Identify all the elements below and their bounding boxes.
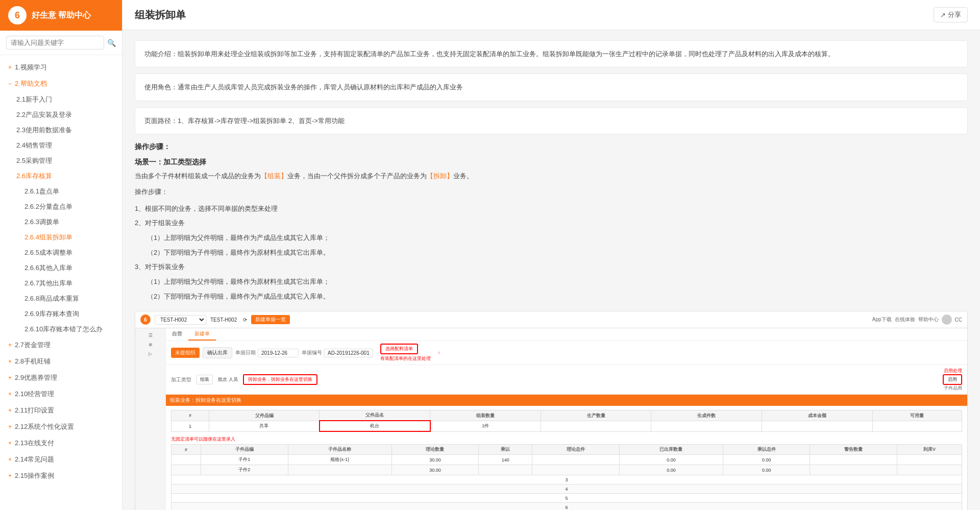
sidebar-item-purchase[interactable]: 2.5采购管理	[0, 153, 122, 168]
mock-th-cost: 成本金额	[762, 410, 873, 421]
sidebar-item-print[interactable]: + 2.11打印设置	[0, 402, 122, 419]
sidebar-item-video[interactable]: + 1.视频学习	[0, 59, 122, 76]
step-1: 1、根据不同的业务，选择不同单据的类型来处理	[135, 203, 968, 215]
mock-lower-th-warn: 警告数量	[810, 445, 897, 455]
mock-upper-table-area: # 父件品编 父件品名 组装数量 生产数量 生成件数 成本金额 可用量	[166, 408, 967, 436]
sidebar-item-customize[interactable]: + 2.12系统个性化设置	[0, 419, 122, 435]
mock-avatar	[942, 314, 952, 325]
sidebar-item-install[interactable]: 2.2产品安装及登录	[0, 107, 122, 123]
sidebar-item-fund[interactable]: + 2.7资金管理	[0, 337, 122, 353]
plus-icon-7: +	[8, 423, 12, 430]
sidebar-item-wrong[interactable]: 2.6.10库存账本错了怎么办	[0, 322, 122, 337]
share-icon: ↗	[940, 11, 946, 19]
sidebar-item-stock-check[interactable]: 2.6.9库存账本查询	[0, 306, 122, 322]
annotation-text-4: 无固定清单可以随便在这里录入	[171, 436, 962, 443]
mock-cell-name-1[interactable]: 机台	[320, 421, 430, 431]
mock-main-panel: 自营 新建单 未提组织 确认出库 单据日期 2019-12-26 单据编号	[166, 328, 967, 510]
mock-lower-row-3: 3	[172, 475, 962, 484]
annotation-arrow-1: ↑	[438, 350, 440, 355]
mock-lower-cell-name-2	[288, 465, 391, 475]
sidebar-item-adjust[interactable]: 2.6.3调拨单	[0, 214, 122, 230]
mock-enable-btn[interactable]: 启用	[943, 374, 962, 385]
mock-nav-icon-3[interactable]: ▷	[135, 349, 165, 358]
mock-lower-cell-out-2: 0.00	[619, 465, 723, 475]
content-area: 功能介绍：组装拆卸单用来处理企业组装或拆卸等加工业务，支持有固定装配清单的产品加…	[122, 30, 980, 510]
mock-th-avail: 可用量	[872, 410, 962, 421]
mock-tab-new[interactable]: 新建单	[188, 328, 216, 341]
mock-nav-icon-1[interactable]: ☰	[135, 331, 165, 340]
step-2-2: （2）下部明细为子件明细，最终作为原材料生成其它出库单。	[135, 247, 968, 259]
mock-th-qty: 组装数量	[430, 410, 541, 421]
sidebar-item-operation[interactable]: + 2.10经营管理	[0, 386, 122, 402]
mock-lower-cell-theory-1: 30.00	[391, 455, 478, 465]
mock-lower-th-code: 子件品编	[201, 445, 288, 455]
sidebar-item-other-in[interactable]: 2.6.6其他入库单	[0, 260, 122, 276]
sidebar-item-cost[interactable]: 2.6.5成本调整单	[0, 245, 122, 260]
mock-cell-cost-1	[762, 421, 873, 431]
plus-icon: +	[8, 64, 12, 71]
step-2: 2、对于组装业务	[135, 217, 968, 230]
sidebar-item-mobile[interactable]: + 2.8手机旺铺	[0, 353, 122, 370]
annotation-area-3: 启用处理 启用 子件品用	[943, 368, 962, 392]
sidebar-item-other-out[interactable]: 2.6.7其他出库单	[0, 276, 122, 291]
sidebar-item-faq[interactable]: + 2.14常见问题	[0, 451, 122, 468]
mock-type-select[interactable]: 组装	[197, 375, 213, 384]
mock-no-value[interactable]: AD-20191226-001	[324, 349, 373, 357]
mock-date-value[interactable]: 2019-12-26	[258, 349, 299, 357]
sidebar-item-cost-calc[interactable]: 2.6.8商品成本重算	[0, 291, 122, 306]
mock-lower-cell-warn-1	[810, 455, 897, 465]
path-text: 页面路径：1、库存核算->库存管理->组装拆卸单 2、首页->常用功能	[144, 117, 345, 125]
sidebar-item-case[interactable]: + 2.15操作案例	[0, 468, 122, 484]
sidebar-item-count[interactable]: 2.6.1盘点单	[0, 184, 122, 199]
mock-app-select[interactable]: TEST-H002	[155, 315, 206, 325]
step-3-1: （1）上部明细为父件明细，最终作为原材料生成其它出库单；	[135, 276, 968, 288]
mock-btn-confirm-out[interactable]: 确认出库	[203, 347, 232, 358]
sidebar-item-assembly[interactable]: 2.6.4组装拆卸单	[0, 230, 122, 245]
mock-toolbar: 未提组织 确认出库 单据日期 2019-12-26 单据编号 AD-201912…	[166, 341, 967, 365]
mock-th-code: 父件品编	[209, 410, 320, 421]
sidebar-item-inventory[interactable]: 2.6库存核算	[0, 168, 122, 184]
mock-lower-th-mul: 乘以	[479, 445, 532, 455]
sidebar: 6 好生意 帮助中心 🔍 + 1.视频学习 − 2.帮助文档 2.1新手入门 2…	[0, 0, 122, 510]
mock-btn-add[interactable]: 未提组织	[171, 348, 200, 358]
mock-lower-cell-code-2: 子件2	[201, 465, 288, 475]
sidebar-item-sales[interactable]: 2.4销售管理	[0, 138, 122, 153]
mock-cell-seq-1: 1	[172, 421, 209, 431]
mock-lower-cell-stock-2	[897, 465, 962, 475]
search-input[interactable]	[6, 36, 104, 50]
sidebar-item-help[interactable]: − 2.帮助文档	[0, 76, 122, 92]
plus-icon-4: +	[8, 374, 12, 381]
mock-cell-qty-1: 1件	[430, 421, 541, 431]
mock-app-id: TEST-H002	[210, 317, 237, 323]
share-button[interactable]: ↗ 分享	[934, 7, 968, 22]
mock-lower-th-seq: #	[172, 445, 201, 455]
mock-tab-self[interactable]: 自营	[166, 328, 188, 341]
mock-new-order-btn[interactable]: 新建单据一览	[251, 315, 290, 324]
mock-nav-icon-2[interactable]: ⊕	[135, 340, 165, 349]
sidebar-header: 6 好生意 帮助中心	[0, 0, 122, 31]
main-content: 组装拆卸单 ↗ 分享 功能介绍：组装拆卸单用来处理企业组装或拆卸等加工业务，支持…	[122, 0, 980, 510]
mock-side-icons: ☰ ⊕ ▷	[135, 328, 166, 510]
mock-type-label: 加工类型	[171, 376, 191, 383]
sidebar-item-split[interactable]: 2.6.2分量盘点单	[0, 199, 122, 214]
mock-lower-cell-total-1	[532, 455, 619, 465]
mock-date-group: 单据日期 2019-12-26	[235, 349, 299, 357]
mock-lower-cell-stock-1	[897, 455, 962, 465]
mock-lower-table: # 子件品编 子件品名称 理论数量 乘以 理论总件 已出库数量 乘以总件 警告数…	[171, 444, 962, 510]
mock-cell-count-1	[651, 421, 762, 431]
mock-lower-empty-3: 3	[172, 475, 962, 484]
mock-app-download: App下载	[872, 316, 892, 323]
mock-bom-btn[interactable]: 选择配料清单	[380, 344, 418, 354]
annotation-text-3: 启用处理	[944, 368, 962, 374]
sidebar-item-coupon[interactable]: + 2.9优惠券管理	[0, 370, 122, 386]
sidebar-item-prep[interactable]: 2.3使用前数据准备	[0, 123, 122, 138]
steps-title: 操作步骤：	[135, 142, 968, 152]
intro-block: 功能介绍：组装拆卸单用来处理企业组装或拆卸等加工业务，支持有固定装配清单的产品加…	[135, 40, 968, 67]
sidebar-item-new[interactable]: 2.1新手入门	[0, 92, 122, 107]
sidebar-item-online-pay[interactable]: + 2.13在线支付	[0, 435, 122, 451]
search-icon[interactable]: 🔍	[107, 39, 116, 47]
role-block: 使用角色：通常由生产人员或库管人员完成拆装业务的操作，库管人员确认原材料的出库和…	[135, 74, 968, 101]
mock-app-bar: 6 TEST-H002 TEST-H002 ⟳ 新建单据一览 App下载 在线体…	[135, 311, 967, 328]
mock-reload-icon: ⟳	[243, 317, 247, 323]
mock-lower-cell-seq-1	[172, 455, 201, 465]
